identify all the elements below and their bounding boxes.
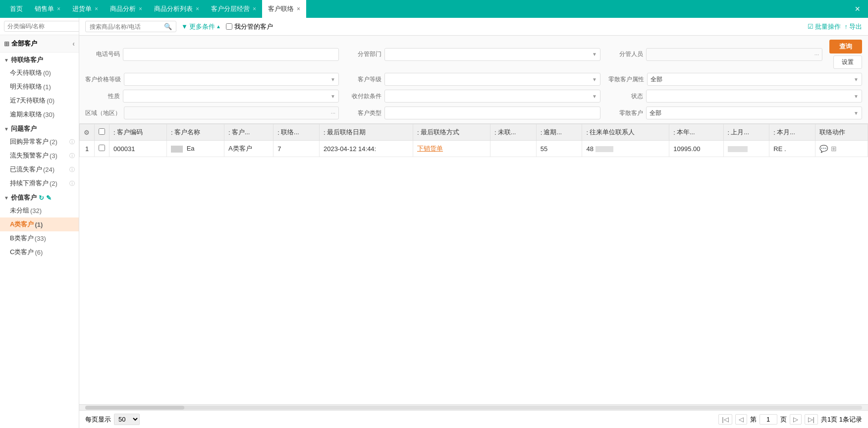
link-action-icon[interactable]: ⊞ [831,145,837,153]
nav-tab-goods-analysis-list-close[interactable]: × [196,5,199,12]
prev-page-button[interactable]: ◁ [735,414,747,425]
row-last-contact-way[interactable]: 下销货单 [413,141,490,157]
status-select[interactable]: ▼ [646,90,862,103]
th-settings[interactable]: ⚙ [80,124,95,141]
filter-row-retail: 零散客户 全部 ▼ [608,107,862,119]
more-filter-button[interactable]: ▼ 更多条件 ▲ [181,22,221,31]
per-page-select[interactable]: 50 20 100 [114,414,140,425]
sidebar-search-input[interactable] [4,21,79,32]
phone-input[interactable] [123,48,339,61]
filter-search-input[interactable] [90,23,164,30]
sidebar-item-class-a[interactable]: A类客户 (1) [0,217,79,231]
nature-select[interactable]: ▼ [123,90,339,103]
value-group-edit-icon[interactable]: ✎ [46,194,52,202]
payment-select[interactable]: ▼ [384,90,600,103]
row-this-month: RE . [769,141,815,157]
last-page-button[interactable]: ▷| [805,414,818,425]
row-index: 1 [80,141,95,157]
nav-tab-customer-tier-label: 客户分层经营 [211,4,250,13]
nav-tab-purchase-close[interactable]: × [95,5,98,12]
th-customer-type: : 客户... [224,124,273,141]
sidebar-group-pending[interactable]: ▼ 待联络客户 [0,53,79,66]
action-icons-group: 💬 ⊞ [819,145,864,153]
customer-level-select[interactable]: ▼ [384,73,600,86]
sidebar-item-churn-warning[interactable]: 流失预警客户 (3) ⓘ [0,149,79,162]
settings-gear-icon[interactable]: ⚙ [84,129,90,136]
my-customer-checkbox[interactable] [226,23,232,30]
next-page-button[interactable]: ▷ [790,414,802,425]
value-group-refresh-icon[interactable]: ↻ [39,194,44,202]
nav-tab-sales-close[interactable]: × [57,5,60,12]
scroll-thumb[interactable] [85,406,184,410]
setting-button[interactable]: 设置 [833,55,862,69]
message-action-icon[interactable]: 💬 [819,145,828,153]
sidebar-item-declining[interactable]: 持续下滑客户 (2) ⓘ [0,176,79,190]
row-checkbox-cell[interactable] [95,141,109,157]
phone-label: 电话号码 [85,50,120,58]
th-person-sort-icon: : [586,129,588,136]
row-this-year: 10995.00 [669,141,723,157]
sidebar-item-overdue-pending[interactable]: 逾期未联络 (30) [0,107,79,121]
nav-tab-goods-analysis-close[interactable]: × [139,5,142,12]
th-type-sort-icon: : [228,129,230,136]
problem-group-label: 问题客户 [11,124,37,133]
nav-tab-customer-tier-close[interactable]: × [253,5,256,12]
th-checkbox[interactable] [95,124,109,141]
sidebar-item-7days-pending[interactable]: 近7天待联络 (0) [0,94,79,107]
nav-tab-customer-contact-close[interactable]: × [297,5,300,12]
sidebar-item-class-b[interactable]: B类客户 (33) [0,231,79,245]
query-action-area: 查询 设置 [829,40,862,69]
churn-warning-info-icon: ⓘ [69,152,75,160]
price-level-select[interactable]: ▼ [124,73,339,86]
sidebar-item-class-c[interactable]: C类客户 (6) [0,245,79,259]
nav-tab-home[interactable]: 首页 [4,0,29,18]
app-close-button[interactable]: × [851,4,864,14]
nav-tab-customer-tier[interactable]: 客户分层经营 × [205,0,262,18]
retail-select[interactable]: 全部 ▼ [646,107,862,119]
export-button[interactable]: ↑ 导出 [845,22,863,31]
nav-tab-customer-contact[interactable]: 客户联络 × [262,0,306,18]
customer-type-input[interactable] [384,107,600,119]
nav-tab-purchase[interactable]: 进货单 × [66,0,104,18]
manager-input[interactable]: ··· [646,48,822,61]
filter-row-phone: 电话号码 [85,40,339,69]
row-checkbox[interactable] [99,145,105,151]
problem-arrow-icon: ▼ [4,126,9,132]
total-records-label: 共1页 1条记录 [821,415,862,424]
filter-search-icon[interactable]: 🔍 [164,23,172,30]
row-name: Ea [167,141,224,157]
filter-bar: 🔍 ▼ 更多条件 ▲ 我分管的客户 ☑ 批量操作 ↑ 导出 [79,18,868,36]
retail-attr-select[interactable]: 全部 ▼ [647,73,862,86]
th-count-sort-icon: : [277,129,279,136]
nav-tab-sales[interactable]: 销售单 × [29,0,66,18]
dept-select[interactable]: ▼ [384,48,600,61]
sidebar-item-unclassified[interactable]: 未分组 (32) [0,204,79,217]
filter-row-retail-attr: 零散客户属性 全部 ▼ [608,73,862,86]
sidebar-item-today-pending[interactable]: 今天待联络 (0) [0,66,79,80]
pending-group-label: 待联络客户 [11,55,43,64]
churned-info-icon: ⓘ [69,166,75,173]
horizontal-scroll-bar[interactable] [79,404,868,410]
page-number-input[interactable] [760,414,777,425]
nav-tab-goods-analysis[interactable]: 商品分析 × [104,0,148,18]
declining-info-icon: ⓘ [69,180,75,187]
first-page-button[interactable]: |◁ [718,414,732,425]
my-customer-checkbox-label[interactable]: 我分管的客户 [226,22,273,31]
filter-funnel-icon: ▼ [181,23,188,30]
region-input[interactable]: ··· [124,107,339,119]
sidebar-group-value[interactable]: ▼ 价值客户 ↻ ✎ [0,190,79,204]
page-controls: |◁ ◁ 第 页 ▷ ▷| 共1页 1条记录 [718,414,862,425]
th-this-year: : 本年... [669,124,723,141]
query-button[interactable]: 查询 [829,40,862,54]
sidebar-item-tomorrow-pending[interactable]: 明天待联络 (1) [0,80,79,94]
batch-op-button[interactable]: ☑ 批量操作 [808,22,841,31]
sidebar-collapse-btn[interactable]: ‹ [72,40,75,48]
select-all-checkbox[interactable] [99,128,105,135]
sidebar-item-churned[interactable]: 已流失客户 (24) ⓘ [0,162,79,176]
nav-tab-goods-analysis-list[interactable]: 商品分析列表 × [148,0,205,18]
row-code: 000031 [109,141,167,157]
table-area: ⚙ : 客户编码 : 客户名称 : 客户... [79,124,868,404]
nature-label: 性质 [85,92,120,101]
sidebar-group-problem[interactable]: ▼ 问题客户 [0,121,79,135]
sidebar-item-repurchase-abnormal[interactable]: 回购异常客户 (2) ⓘ [0,135,79,149]
